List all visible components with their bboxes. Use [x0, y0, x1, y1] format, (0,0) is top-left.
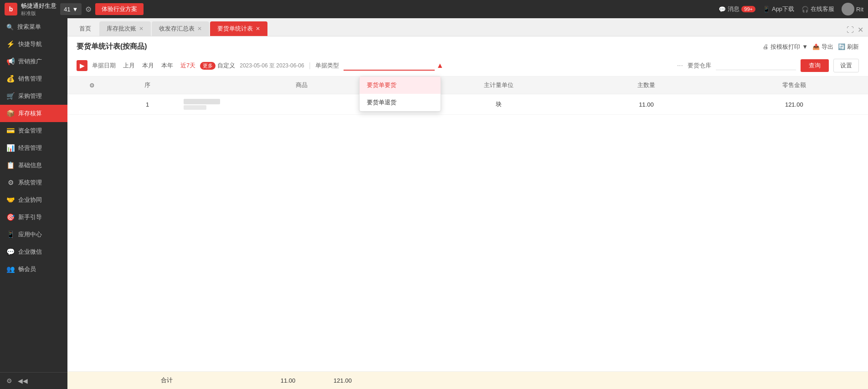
sidebar-item-inventory[interactable]: 📦 库存核算	[0, 105, 67, 122]
sidebar-label-quick-nav: 快捷导航	[18, 40, 42, 48]
sidebar-label-finance: 资金管理	[18, 127, 42, 135]
export-label: 导出	[822, 43, 833, 51]
base-info-icon: 📋	[6, 161, 15, 169]
topbar: b 畅捷通好生意 标准版 41 ▼ ⚙ 体验行业方案 💬 消息 99+ 📱 Ap…	[0, 0, 868, 18]
marketing-icon: 📢	[6, 57, 15, 66]
main-layout: 🔍 搜索菜单 ⚡ 快捷导航 📢 营销推广 💰 销售管理 🛒 采购管理 📦 库存核…	[0, 18, 868, 389]
inventory-icon: 📦	[6, 109, 15, 118]
tab-inventory-batch-close[interactable]: ✕	[139, 26, 144, 32]
row-unit: 块	[425, 94, 572, 115]
user-avatar[interactable]: Rit	[842, 3, 863, 15]
sidebar-item-sales[interactable]: 💰 销售管理	[0, 70, 67, 87]
page-title: 要货单统计表(按商品)	[77, 42, 147, 51]
dropdown-item-yh-return[interactable]: 要货单退货	[360, 94, 441, 111]
row-amount: 121.00	[720, 94, 868, 115]
footer-total-amount: 121.00	[315, 377, 370, 384]
filter-date-this-year[interactable]: 本年	[159, 60, 176, 71]
sales-icon: 💰	[6, 75, 15, 83]
tab-receive-summary-close[interactable]: ✕	[197, 26, 202, 32]
filter-date-7days[interactable]: 近7天	[178, 60, 198, 71]
dropdown-item-yh-single[interactable]: 要货单要货	[360, 77, 441, 94]
sidebar-item-search[interactable]: 🔍 搜索菜单	[0, 18, 67, 36]
headset-icon: 🎧	[801, 6, 809, 13]
query-button[interactable]: 查询	[801, 59, 829, 72]
sidebar-item-purchase[interactable]: 🛒 采购管理	[0, 87, 67, 105]
table-body: 1 块 11.00 121.00	[67, 94, 868, 115]
avatar-img	[842, 3, 854, 15]
tab-order-stats[interactable]: 要货单统计表 ✕	[210, 21, 267, 36]
table-area: ⚙ 序 商品 主计量单位 主数量 零售金额 1	[67, 77, 868, 371]
member-icon: 👥	[6, 265, 15, 273]
set-button[interactable]: 设置	[833, 59, 859, 72]
type-filter-label: 单据类型	[315, 61, 339, 70]
footer-collapse-icon[interactable]: ◀◀	[18, 377, 28, 384]
dropdown-icon: ▼	[72, 6, 78, 13]
quick-nav-icon: ⚡	[6, 40, 15, 48]
phone-icon: 📱	[763, 6, 770, 13]
purchase-icon: 🛒	[6, 92, 15, 100]
sidebar-item-enterprise[interactable]: 🤝 企业协同	[0, 191, 67, 209]
store-selector[interactable]: 41 ▼	[60, 3, 82, 15]
sidebar-label-enterprise: 企业协同	[18, 196, 42, 204]
page-header: 要货单统计表(按商品) 🖨 按模板打印 ▼ 📤 导出 🔄 刷新	[67, 36, 868, 55]
filter-warehouse-input[interactable]	[716, 61, 796, 70]
industry-btn[interactable]: 体验行业方案	[95, 3, 144, 15]
tab-home[interactable]: 首页	[72, 21, 98, 36]
print-label: 按模板打印	[770, 43, 800, 51]
tab-bar: 首页 库存批次账 ✕ 收发存汇总表 ✕ 要货单统计表 ✕ ⛶ ✕	[67, 18, 868, 36]
app-download-btn[interactable]: 📱 App下载	[763, 5, 794, 13]
sidebar-item-quick-nav[interactable]: ⚡ 快捷导航	[0, 36, 67, 53]
store-count: 41	[64, 6, 70, 13]
filter-date-more[interactable]: 更多	[200, 62, 216, 70]
sidebar-item-operations[interactable]: 📊 经营管理	[0, 139, 67, 157]
system-icon: ⚙	[6, 179, 15, 187]
tab-receive-summary[interactable]: 收发存汇总表 ✕	[152, 21, 209, 36]
tab-order-stats-close[interactable]: ✕	[256, 26, 260, 32]
online-service-btn[interactable]: 🎧 在线客服	[801, 5, 834, 13]
filter-date-last-month[interactable]: 上月	[120, 60, 138, 71]
content-area: 首页 库存批次账 ✕ 收发存汇总表 ✕ 要货单统计表 ✕ ⛶ ✕ 要货单统计表(…	[67, 18, 868, 389]
filter-date-group: 上月 本月 本年 近7天 更多 自定义	[120, 60, 235, 71]
topbar-left: b 畅捷通好生意 标准版 41 ▼ ⚙ 体验行业方案	[5, 2, 144, 17]
notification-btn[interactable]: 💬 消息 99+	[719, 5, 755, 13]
online-service-label: 在线客服	[811, 5, 834, 13]
filter-more-options[interactable]: ···	[677, 61, 683, 70]
filter-date-display: 2023-05-06 至 2023-06-06	[240, 62, 304, 70]
product-code-bar	[184, 105, 206, 110]
sidebar-item-base-info[interactable]: 📋 基础信息	[0, 157, 67, 174]
app-name: 畅捷通好生意	[21, 2, 56, 10]
wechat-icon: 💬	[6, 248, 15, 256]
app-version: 标准版	[21, 10, 56, 17]
sidebar-item-wechat[interactable]: 💬 企业微信	[0, 243, 67, 261]
filter-type-dropdown[interactable]: ▲	[437, 61, 444, 70]
tab-inventory-batch[interactable]: 库存批次账 ✕	[99, 21, 151, 36]
sidebar-item-marketing[interactable]: 📢 营销推广	[0, 53, 67, 70]
sidebar-item-member[interactable]: 👥 畅会员	[0, 261, 67, 278]
filter-date-custom[interactable]: 自定义	[217, 61, 235, 70]
tab-bar-right: ⛶ ✕	[847, 26, 863, 36]
table-row: 1 块 11.00 121.00	[67, 94, 868, 115]
data-table: ⚙ 序 商品 主计量单位 主数量 零售金额 1	[67, 77, 868, 115]
tab-close-all-icon[interactable]: ✕	[858, 26, 863, 34]
sidebar-label-system: 系统管理	[18, 179, 42, 187]
footer-total-qty: 11.00	[261, 377, 315, 384]
type-dropdown-menu: 要货单要货 要货单退货	[359, 76, 441, 112]
sidebar-item-guide[interactable]: 🎯 新手引导	[0, 209, 67, 226]
col-header-settings[interactable]: ⚙	[67, 77, 117, 94]
col-header-no: 序	[117, 77, 178, 94]
filter-date-this-month[interactable]: 本月	[139, 60, 157, 71]
enterprise-icon: 🤝	[6, 196, 15, 204]
filter-expand-btn[interactable]: ▶	[77, 60, 87, 71]
refresh-icon: 🔄	[838, 43, 845, 50]
tab-maximize-icon[interactable]: ⛶	[847, 26, 854, 34]
sidebar-item-finance[interactable]: 💳 资金管理	[0, 122, 67, 139]
print-btn[interactable]: 🖨 按模板打印 ▼	[763, 43, 808, 51]
footer-settings-icon[interactable]: ⚙	[6, 377, 12, 384]
refresh-btn[interactable]: 🔄 刷新	[838, 43, 859, 51]
sidebar-item-system[interactable]: ⚙ 系统管理	[0, 174, 67, 191]
filter-type-input[interactable]	[344, 61, 435, 71]
guide-icon: 🎯	[6, 213, 15, 221]
export-btn[interactable]: 📤 导出	[812, 43, 833, 51]
settings-icon[interactable]: ⚙	[85, 5, 92, 14]
sidebar-item-app-center[interactable]: 📱 应用中心	[0, 226, 67, 243]
